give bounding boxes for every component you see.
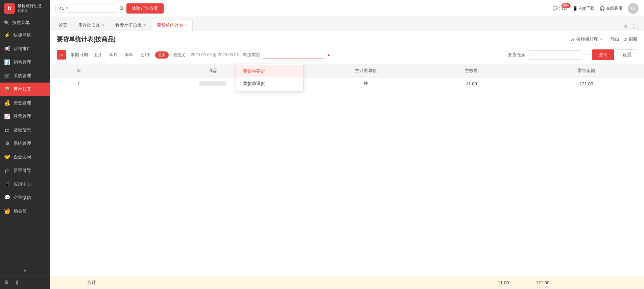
search-menu[interactable]: 🔍 搜索菜单: [0, 17, 50, 28]
collapse-icon[interactable]: ⟪: [16, 279, 19, 286]
table-footer: 合计 11.00 121.00: [50, 276, 644, 289]
sidebar: b 畅捷通好生意 标准版 🔍 搜索菜单 ⚡ 快捷导航 📢 营销推广 📊 销售管理…: [0, 0, 50, 289]
sidebar-item-basic-info[interactable]: 🗂 基础信息: [0, 123, 50, 137]
filter-more-icon[interactable]: ···: [585, 52, 589, 58]
tab-receivable-summary[interactable]: 收发存汇总表 ×: [110, 20, 151, 31]
scroll-down-btn[interactable]: ▼: [0, 266, 50, 275]
this-year-btn[interactable]: 本年: [122, 50, 136, 60]
sidebar-item-operations[interactable]: 📈 经营管理: [0, 110, 50, 123]
data-table: ⚙ 商品 主计量单位 主数量 零售金额: [50, 64, 644, 90]
sidebar-item-label: 畅会员: [14, 208, 27, 214]
type-caret-icon[interactable]: ▲: [327, 52, 331, 57]
system-icon: ⚙: [4, 140, 10, 147]
sidebar-item-label: 快捷导航: [14, 32, 31, 38]
table-row: 1 块 11.00 121.00: [50, 77, 644, 90]
sidebar-item-guide[interactable]: 🎓 新手引导: [0, 164, 50, 177]
sidebar-item-finance[interactable]: 💰 资金管理: [0, 96, 50, 110]
trial-button[interactable]: 体验行业方案: [126, 3, 164, 14]
refresh-label: 刷新: [628, 36, 637, 42]
tab-receivable-summary-close[interactable]: ×: [144, 23, 146, 28]
refresh-btn[interactable]: ↺ 刷新: [623, 36, 637, 42]
col-settings-icon[interactable]: ⚙: [76, 68, 81, 73]
col-settings-header[interactable]: ⚙: [50, 64, 108, 77]
app-icon: 📱: [573, 6, 578, 11]
print-label: 按模板打印: [576, 36, 598, 42]
warehouse-filter-group: 要货仓库 ··· 查询 设置: [508, 49, 637, 60]
this-month-btn[interactable]: 本月: [106, 50, 120, 60]
date-filter-group: 单据日期 上月 本月 本年 近7天 更多 自定义 2023-05-06 至 20…: [70, 50, 239, 60]
page-header: 要货单统计表(按商品) 🖨 按模板打印 ▼ ↓ 导出 ↺ 刷新: [50, 31, 644, 46]
message-btn[interactable]: 💬 消息 99+: [553, 5, 567, 11]
type-input[interactable]: [263, 51, 324, 59]
refresh-icon: ↺: [623, 37, 627, 42]
store-selector[interactable]: 41 ▼: [55, 4, 116, 13]
print-btn[interactable]: 🖨 按模板打印 ▼: [571, 36, 603, 42]
warehouse-input[interactable]: [528, 50, 582, 60]
operations-icon: 📈: [4, 113, 10, 119]
up-month-btn[interactable]: 上月: [91, 50, 105, 60]
tab-order-summary[interactable]: 要货单统计表 ×: [152, 20, 193, 31]
sidebar-item-enterprise-wx[interactable]: 💬 企业微信: [0, 191, 50, 204]
app-download-btn[interactable]: 📱 App下载: [573, 5, 594, 11]
sidebar-item-members[interactable]: 👑 畅会员: [0, 204, 50, 218]
store-name: 41: [59, 6, 64, 11]
export-icon: ↓: [607, 37, 610, 42]
sidebar-item-enterprise[interactable]: 🤝 企业协同: [0, 150, 50, 164]
app-center-icon: 📱: [4, 181, 10, 187]
tab-inventory-batch[interactable]: 库存批次账 ×: [73, 20, 110, 31]
sidebar-item-label: 库存核算: [14, 86, 31, 92]
footer-total-label: 合计: [57, 280, 96, 286]
tab-order-summary-close[interactable]: ×: [185, 23, 188, 28]
main-area: 41 ▼ ⚙ 体验行业方案 💬 消息 99+ 📱 App下载 🎧 在线客服 Ri: [50, 0, 644, 289]
quick-nav-icon: ⚡: [4, 32, 10, 38]
export-btn[interactable]: ↓ 导出: [607, 36, 620, 42]
finance-icon: 💰: [4, 100, 10, 106]
table-header-row: ⚙ 商品 主计量单位 主数量 零售金额: [50, 64, 644, 77]
sidebar-nav: ⚡ 快捷导航 📢 营销推广 📊 销售管理 🛒 采购管理 📦 库存核算 💰 资金管…: [0, 28, 50, 266]
dropdown-item-label: 要货单退货: [243, 81, 265, 86]
dropdown-item-return[interactable]: 要货单退货: [236, 77, 303, 90]
tabs-actions: ✕ ⛶: [618, 22, 644, 31]
sidebar-item-purchase[interactable]: 🛒 采购管理: [0, 69, 50, 83]
search-icon: 🔍: [4, 20, 9, 25]
query-button[interactable]: 查询: [592, 49, 614, 60]
topbar-settings-icon[interactable]: ⚙: [119, 5, 124, 12]
logo-icon: b: [4, 3, 15, 14]
last7-btn[interactable]: 近7天: [137, 50, 154, 60]
search-label: 搜索菜单: [12, 20, 30, 26]
row-unit: 块: [318, 77, 414, 90]
logo-name: 畅捷通好生意: [18, 3, 42, 9]
sidebar-item-sales[interactable]: 📊 销售管理: [0, 55, 50, 69]
footer-qty: 11.00: [498, 280, 509, 285]
message-icon: 💬: [553, 6, 558, 11]
export-label: 导出: [611, 36, 619, 42]
sidebar-item-quick-nav[interactable]: ⚡ 快捷导航: [0, 28, 50, 42]
sidebar-item-inventory[interactable]: 📦 库存核算: [0, 83, 50, 96]
filter-expand-btn[interactable]: »: [57, 50, 66, 60]
sidebar-item-label: 经营管理: [14, 113, 31, 119]
row-no: 1: [50, 77, 108, 90]
settings-bottom-icon[interactable]: ⚙: [4, 279, 9, 286]
tab-home[interactable]: 首页: [53, 20, 72, 31]
date-label: 单据日期: [70, 52, 88, 58]
dropdown-item-requisition[interactable]: 要货单要货: [236, 65, 303, 77]
logo-sub: 标准版: [18, 8, 42, 13]
sidebar-item-label: 采购管理: [14, 73, 31, 79]
basic-info-icon: 🗂: [4, 127, 10, 133]
close-all-btn[interactable]: ✕: [621, 22, 630, 31]
fullscreen-btn[interactable]: ⛶: [631, 22, 641, 31]
tab-home-label: 首页: [58, 22, 67, 28]
sidebar-item-marketing[interactable]: 📢 营销推广: [0, 42, 50, 55]
user-avatar[interactable]: Ri: [628, 3, 639, 14]
custom-btn[interactable]: 自定义: [170, 50, 188, 60]
tab-receivable-summary-label: 收发存汇总表: [115, 22, 142, 28]
settings-button[interactable]: 设置: [617, 49, 637, 60]
avatar-text: Ri: [631, 6, 635, 11]
sidebar-item-system[interactable]: ⚙ 系统管理: [0, 137, 50, 150]
more-btn[interactable]: 更多: [155, 51, 169, 59]
sidebar-item-app-center[interactable]: 📱 应用中心: [0, 177, 50, 191]
sidebar-item-label: 基础信息: [14, 127, 31, 133]
tab-inventory-batch-close[interactable]: ×: [102, 23, 104, 28]
service-btn[interactable]: 🎧 在线客服: [600, 5, 622, 11]
store-arrow-icon: ▼: [65, 6, 69, 10]
